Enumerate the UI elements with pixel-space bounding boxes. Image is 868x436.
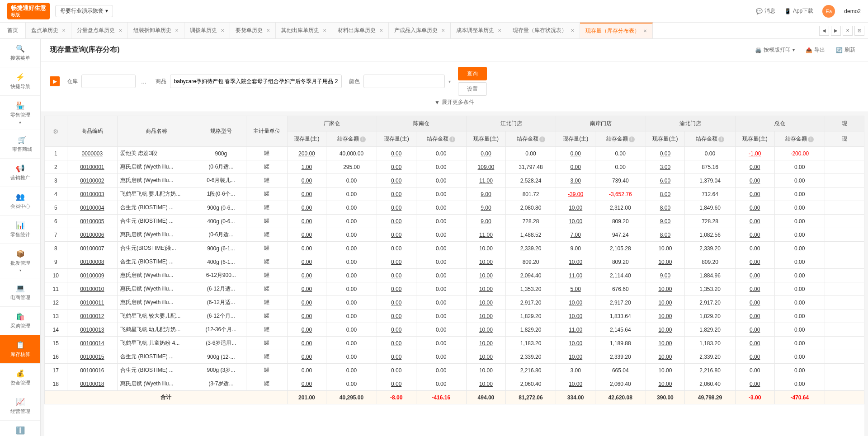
cell-nanao-qty[interactable]: 7.00 — [556, 228, 595, 242]
cell-code[interactable]: 00100013 — [67, 323, 118, 337]
expand-more[interactable]: ▼ 展开更多条件 — [50, 96, 859, 106]
cell-nanao-qty[interactable]: 10.00 — [556, 201, 595, 215]
export-btn[interactable]: 📤 导出 — [802, 44, 829, 56]
cell-total-qty[interactable]: 0.00 — [735, 364, 774, 377]
table-area[interactable]: ⚙ 商品编码 商品名称 规格型号 主计量单位 — [44, 116, 864, 436]
cell-nanao-qty[interactable]: 3.00 — [556, 364, 595, 377]
cell-chennan-qty[interactable]: 0.00 — [377, 377, 416, 391]
cell-factory-qty[interactable]: 0.00 — [287, 188, 326, 201]
cell-factory-qty[interactable]: 0.00 — [287, 201, 326, 215]
cell-total-qty[interactable]: 0.00 — [735, 188, 774, 201]
tabs-close-btn[interactable]: ✕ — [843, 26, 853, 36]
cell-chennan-qty[interactable]: 0.00 — [377, 255, 416, 269]
tab-qitachu-close[interactable]: ✕ — [323, 28, 326, 33]
tab-chengben[interactable]: 成本调整单历史 ✕ — [451, 23, 507, 39]
cell-code[interactable]: 00100006 — [67, 228, 118, 242]
tab-yaohuo[interactable]: 要货单历史 ✕ — [230, 23, 276, 39]
cell-chennan-qty[interactable]: 0.00 — [377, 350, 416, 364]
cell-yubeibei-qty[interactable]: 0.00 — [646, 147, 685, 160]
cell-nanao-qty[interactable]: 10.00 — [556, 337, 595, 350]
cell-total-qty[interactable]: 0.00 — [735, 242, 774, 255]
tabs-expand-btn[interactable]: ⊡ — [854, 26, 864, 36]
sidebar-item-mgmt[interactable]: 📈 经营管理 — [0, 392, 40, 421]
cell-jiangbei-qty[interactable]: 10.00 — [467, 377, 506, 391]
sidebar-item-stat[interactable]: 📊 零售统计 — [0, 216, 40, 244]
tab-fenliang[interactable]: 分量盘点单历史 ✕ — [71, 23, 128, 39]
cell-jiangbei-qty[interactable]: 10.00 — [467, 255, 506, 269]
cell-chennan-qty[interactable]: 0.00 — [377, 201, 416, 215]
tab-chanpin-close[interactable]: ✕ — [441, 28, 445, 33]
cell-factory-qty[interactable]: 0.00 — [287, 242, 326, 255]
yubeibei-amt-info[interactable]: i — [718, 136, 724, 142]
cell-jiangbei-qty[interactable]: 11.00 — [467, 228, 506, 242]
cell-jiangbei-qty[interactable]: 10.00 — [467, 242, 506, 255]
cell-jiangbei-qty[interactable]: 10.00 — [467, 350, 506, 364]
cell-nanao-qty[interactable]: 0.00 — [556, 147, 595, 160]
tab-pandian-close[interactable]: ✕ — [62, 28, 66, 33]
cell-chennan-qty[interactable]: 0.00 — [377, 309, 416, 323]
cell-code[interactable]: 00100018 — [67, 377, 118, 391]
sidebar-item-inventory[interactable]: 📋 库存核算 — [0, 335, 40, 364]
cell-factory-qty[interactable]: 0.00 — [287, 282, 326, 296]
cell-total-qty[interactable]: 0.00 — [735, 201, 774, 215]
cell-jiangbei-qty[interactable]: 9.00 — [467, 188, 506, 201]
sidebar-item-finance[interactable]: 💰 资金管理 — [0, 364, 40, 392]
cell-factory-qty[interactable]: 0.00 — [287, 174, 326, 188]
cell-code[interactable]: 00100011 — [67, 296, 118, 309]
tab-zuzhuan-close[interactable]: ✕ — [175, 28, 179, 33]
tabs-prev-btn[interactable]: ◀ — [819, 26, 829, 36]
cell-nanao-qty[interactable]: 11.00 — [556, 323, 595, 337]
cell-chennan-qty[interactable]: 0.00 — [377, 323, 416, 337]
cell-total-qty[interactable]: 0.00 — [735, 255, 774, 269]
cell-yubeibei-qty[interactable]: 10.00 — [646, 255, 685, 269]
cell-code[interactable]: 0000003 — [67, 147, 118, 160]
cell-chennan-qty[interactable]: 0.00 — [377, 228, 416, 242]
product-input[interactable] — [170, 75, 342, 88]
cell-factory-qty[interactable]: 0.00 — [287, 215, 326, 228]
cell-chennan-qty[interactable]: 0.00 — [377, 242, 416, 255]
warehouse-ellipsis[interactable]: ... — [139, 78, 148, 85]
tab-xiancun-dist-close[interactable]: ✕ — [643, 28, 647, 33]
cell-chennan-qty[interactable]: 0.00 — [377, 147, 416, 160]
warehouse-input[interactable] — [81, 75, 136, 88]
cell-yubeibei-qty[interactable]: 8.00 — [646, 228, 685, 242]
tab-chengben-close[interactable]: ✕ — [498, 28, 501, 33]
cell-code[interactable]: 00100009 — [67, 269, 118, 282]
cell-jiangbei-qty[interactable]: 10.00 — [467, 269, 506, 282]
cell-nanao-qty[interactable]: 10.00 — [556, 215, 595, 228]
cell-chennan-qty[interactable]: 0.00 — [377, 282, 416, 296]
jiangbei-amt-info[interactable]: i — [539, 136, 545, 142]
cell-code[interactable]: 00100010 — [67, 282, 118, 296]
factory-amt-info[interactable]: i — [360, 136, 366, 142]
sidebar-item-wholesale[interactable]: 📦 批发管理 ▾ — [0, 244, 40, 278]
cell-nanao-qty[interactable]: 10.00 — [556, 350, 595, 364]
tab-xiancun-status[interactable]: 现存量（库存状况表） ✕ — [507, 23, 580, 39]
cell-code[interactable]: 00100004 — [67, 201, 118, 215]
tab-chanpin[interactable]: 产成品入库单历史 ✕ — [389, 23, 451, 39]
cell-chennan-qty[interactable]: 0.00 — [377, 160, 416, 174]
tab-cailiao-close[interactable]: ✕ — [379, 28, 383, 33]
cell-factory-qty[interactable]: 0.00 — [287, 377, 326, 391]
tab-home[interactable]: 首页 — [0, 23, 26, 39]
cell-nanao-qty[interactable]: 11.00 — [556, 269, 595, 282]
cell-total-qty[interactable]: 0.00 — [735, 323, 774, 337]
tab-zuzhuan[interactable]: 组装拆卸单历史 ✕ — [128, 23, 184, 39]
cell-factory-qty[interactable]: 0.00 — [287, 350, 326, 364]
cell-yubeibei-qty[interactable]: 10.00 — [646, 309, 685, 323]
cell-factory-qty[interactable]: 0.00 — [287, 364, 326, 377]
cell-factory-qty[interactable]: 0.00 — [287, 309, 326, 323]
query-button[interactable]: 查询 — [458, 67, 487, 80]
sidebar-item-member[interactable]: 👥 会员中心 — [0, 187, 40, 216]
cell-total-qty[interactable]: 0.00 — [735, 377, 774, 391]
cell-nanao-qty[interactable]: 9.00 — [556, 242, 595, 255]
sidebar-item-nav[interactable]: ⚡ 快捷导航 — [0, 67, 40, 96]
cell-yubeibei-qty[interactable]: 10.00 — [646, 337, 685, 350]
cell-code[interactable]: 00100015 — [67, 350, 118, 364]
sidebar-item-ecom[interactable]: 💻 电商管理 — [0, 278, 40, 307]
cell-jiangbei-qty[interactable]: 10.00 — [467, 309, 506, 323]
cell-factory-qty[interactable]: 200.00 — [287, 147, 326, 160]
cell-yubeibei-qty[interactable]: 10.00 — [646, 364, 685, 377]
tab-xiancun-dist[interactable]: 现存量（库存分布表） ✕ — [580, 23, 653, 39]
cell-jiangbei-qty[interactable]: 9.00 — [467, 215, 506, 228]
sidebar-item-retail[interactable]: 🏪 零售管理 ▲ — [0, 96, 40, 130]
